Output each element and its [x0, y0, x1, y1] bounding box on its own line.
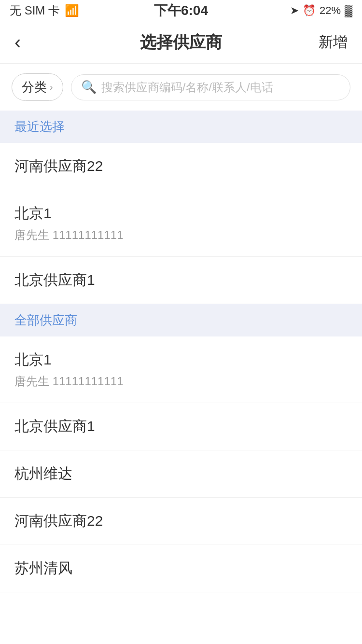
list-item[interactable]: 河南供应商22	[0, 143, 362, 190]
battery-label: 22%	[320, 4, 341, 17]
status-time: 下午6:04	[154, 1, 208, 20]
item-name: 河南供应商22	[14, 156, 348, 176]
chevron-right-icon: ›	[50, 82, 53, 93]
search-icon: 🔍	[81, 80, 97, 95]
item-name: 北京1	[14, 350, 348, 370]
status-left: 无 SIM 卡 📶	[10, 3, 79, 18]
nav-bar: ‹ 选择供应商 新增	[0, 21, 362, 64]
item-name: 北京供应商1	[14, 417, 348, 436]
item-sub: 唐先生 11111111111	[14, 227, 348, 243]
search-placeholder: 搜索供应商编码/名称/联系人/电话	[101, 80, 273, 95]
back-button[interactable]: ‹	[14, 31, 43, 53]
wifi-icon: 📶	[65, 4, 79, 17]
item-name: 河南供应商22	[14, 511, 348, 531]
location-icon: ➤	[290, 4, 299, 17]
recent-section-header: 最近选择	[0, 111, 362, 143]
list-item[interactable]: 北京1唐先生 11111111111	[0, 336, 362, 403]
item-name: 北京供应商1	[14, 270, 348, 290]
recent-list: 河南供应商22北京1唐先生 11111111111北京供应商1	[0, 143, 362, 304]
status-bar: 无 SIM 卡 📶 下午6:04 ➤ ⏰ 22% ▓	[0, 0, 362, 21]
filter-bar: 分类 › 🔍 搜索供应商编码/名称/联系人/电话	[0, 64, 362, 111]
list-item[interactable]: 北京供应商1	[0, 257, 362, 304]
page-title: 选择供应商	[140, 31, 222, 54]
item-name: 杭州维达	[14, 464, 348, 484]
list-item[interactable]: 北京供应商1	[0, 403, 362, 450]
item-name: 苏州清风	[14, 559, 348, 578]
search-box[interactable]: 🔍 搜索供应商编码/名称/联系人/电话	[71, 74, 350, 100]
alarm-icon: ⏰	[303, 4, 316, 17]
list-item[interactable]: 河南供应商22	[0, 498, 362, 545]
item-sub: 唐先生 11111111111	[14, 374, 348, 389]
battery-icon: ▓	[345, 4, 352, 17]
sim-label: 无 SIM 卡	[10, 3, 60, 18]
add-button[interactable]: 新增	[319, 32, 348, 52]
list-item[interactable]: 杭州维达	[0, 450, 362, 498]
status-right: ➤ ⏰ 22% ▓	[290, 4, 352, 17]
item-name: 北京1	[14, 204, 348, 224]
category-label: 分类	[22, 79, 47, 96]
category-button[interactable]: 分类 ›	[12, 73, 63, 101]
list-item[interactable]: 北京1唐先生 11111111111	[0, 190, 362, 257]
all-section-header: 全部供应商	[0, 304, 362, 336]
list-item[interactable]: 苏州清风	[0, 545, 362, 592]
all-list: 北京1唐先生 11111111111北京供应商1杭州维达河南供应商22苏州清风	[0, 336, 362, 592]
